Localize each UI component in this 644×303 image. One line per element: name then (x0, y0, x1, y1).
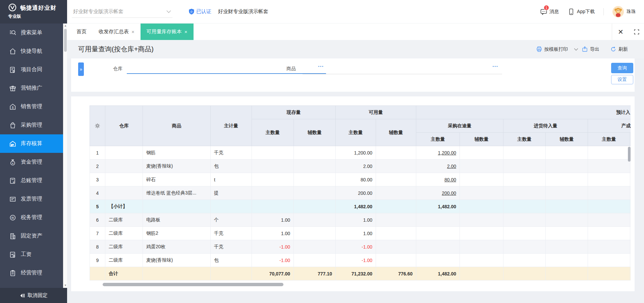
availability-table: 仓库 商品 主计量 现存量 可用量 预计入 主数量 辅数量 主数量 (90, 105, 631, 280)
sidebar-unpin-button[interactable]: 取消固定 (0, 288, 67, 303)
cell-transit_aux (460, 254, 503, 267)
tab-label: 首页 (76, 29, 87, 35)
cell-transit_main[interactable]: 2.00 (416, 160, 460, 173)
tab-available-ledger[interactable]: 可用量库存账本 × (141, 24, 194, 40)
tab-inout-summary[interactable]: 收发存汇总表 × (93, 24, 141, 40)
tab-home[interactable]: 首页 (70, 24, 93, 40)
vertical-scrollbar[interactable] (628, 105, 631, 281)
sidebar-item-marketing[interactable]: 营销推广 (0, 79, 67, 97)
sidebar-item-purchase[interactable]: 采购管理 (0, 116, 67, 134)
cell-available_aux: 776.60 (376, 267, 416, 280)
warehouse-filter-input[interactable] (127, 58, 326, 74)
transit-qty-link[interactable]: 1,200.00 (438, 150, 457, 156)
header-transit-aux: 辅数量 (460, 133, 503, 146)
horizontal-scroll-thumb[interactable] (103, 283, 283, 286)
scroll-up-icon[interactable]: ▲ (63, 24, 67, 28)
cell-transit_main[interactable]: 80.00 (416, 173, 460, 186)
cell-idx: 4 (90, 186, 105, 200)
fullscreen-button[interactable] (629, 24, 644, 40)
warehouse-filter-label: 仓库 (113, 66, 122, 72)
table-row: 9二级库麦烧(香辣味)包-1.00-1.00 (90, 254, 631, 267)
sidebar-item-search-menu[interactable]: 搜索菜单 (0, 24, 67, 42)
sidebar-scrollbar[interactable]: ▲ ▼ (63, 24, 67, 288)
cell-available_main: 1,482.00 (336, 200, 376, 213)
tab-label: 收发存汇总表 (99, 29, 129, 35)
cell-current_main (252, 200, 294, 213)
cell-transit_main[interactable]: 1,200.00 (416, 146, 460, 160)
table-row: 6二级库电路板个1.001.00 (90, 213, 631, 227)
sidebar-item-inventory[interactable]: 库存核算 (0, 134, 67, 153)
header-incoming-main: 主数量 (503, 133, 546, 146)
cell-finished_main (588, 200, 630, 213)
cell-product: 钢筋2 (143, 227, 211, 240)
account-select[interactable]: 好业财专业版演示帐套 (72, 6, 172, 18)
print-dropdown-chevron[interactable] (574, 48, 578, 51)
export-button[interactable]: 导出 (582, 46, 599, 52)
cell-available_aux (376, 200, 416, 213)
cell-unit (211, 267, 252, 280)
sidebar: 畅捷通好业财 专业版 搜索菜单 快捷导航 项目合同 (0, 0, 67, 303)
column-settings-button[interactable] (90, 106, 105, 146)
table-row: 8二级库鸡蛋20枚千克-1.00-1.00 (90, 240, 631, 254)
sidebar-item-invoice[interactable]: 发票管理 (0, 190, 67, 208)
cell-current_main: 1.00 (252, 213, 294, 227)
cell-available_main: 80.00 (336, 173, 376, 186)
sidebar-item-label: 采购管理 (21, 122, 42, 129)
transit-qty-link[interactable]: 200.00 (442, 190, 456, 196)
avatar (612, 6, 624, 17)
settings-button[interactable]: 设置 (611, 75, 633, 84)
expand-filter-button[interactable]: » (78, 62, 84, 76)
sidebar-item-salary[interactable]: 工资 (0, 245, 67, 264)
messages-button[interactable]: 消息 1 (540, 8, 559, 15)
cell-transit_main[interactable]: 200.00 (416, 186, 460, 200)
sidebar-item-label: 资金管理 (21, 159, 42, 166)
svg-text:$: $ (12, 106, 13, 109)
header-current-main: 主数量 (252, 119, 294, 146)
sidebar-item-funds[interactable]: ¥ 资金管理 (0, 153, 67, 171)
sidebar-item-sales[interactable]: $ 销售管理 (0, 97, 67, 116)
cell-idx: 9 (90, 254, 105, 267)
cell-incoming_aux (546, 227, 588, 240)
cell-current_aux (294, 200, 336, 213)
product-filter-input[interactable] (303, 58, 502, 74)
close-page-button[interactable]: ✕ (612, 24, 629, 40)
cell-idx: 2 (90, 160, 105, 173)
verified-badge[interactable]: 企 已认证 (189, 8, 211, 15)
sidebar-item-xiaohao-expense[interactable]: 小好报销 (0, 282, 67, 288)
horizontal-scrollbar[interactable] (90, 283, 631, 286)
user-menu[interactable]: 珠珠 (612, 6, 636, 17)
account-name: 好业财专业版演示帐套 (218, 8, 268, 15)
sidebar-item-tax[interactable]: 税 税务管理 (0, 208, 67, 227)
sidebar-item-operations[interactable]: 经营管理 (0, 264, 67, 282)
tab-close-icon[interactable]: × (184, 29, 187, 35)
cell-available_main: 1.00 (336, 227, 376, 240)
refresh-button[interactable]: 刷新 (610, 46, 628, 52)
sidebar-item-general-ledger[interactable]: ¥ 总账管理 (0, 171, 67, 190)
page-title: 可用量查询(按仓库+商品) (78, 45, 154, 54)
sidebar-item-fixed-assets[interactable]: 固定资产 (0, 227, 67, 245)
print-by-template-button[interactable]: 按模板打印 (536, 46, 568, 52)
sidebar-item-quick-nav[interactable]: 快捷导航 (0, 42, 67, 60)
sidebar-scroll-thumb[interactable] (64, 29, 67, 52)
product-more-dots-icon[interactable]: ... (492, 62, 498, 69)
cell-warehouse: 二级库 (105, 240, 143, 254)
contract-icon (9, 66, 16, 74)
vertical-scroll-thumb[interactable] (628, 147, 631, 162)
sidebar-item-label: 总账管理 (21, 177, 42, 184)
tab-close-icon[interactable]: × (131, 29, 135, 35)
cell-unit: 包 (211, 254, 252, 267)
transit-qty-link[interactable]: 2.00 (447, 164, 456, 169)
scroll-down-icon[interactable]: ▼ (63, 283, 67, 288)
sidebar-item-label: 税务管理 (21, 214, 42, 221)
app-download-button[interactable]: App下载 (568, 8, 595, 15)
transit-qty-link[interactable]: 80.00 (444, 177, 456, 182)
sidebar-item-project-contract[interactable]: 项目合同 (0, 60, 67, 79)
cell-transit_aux (460, 227, 503, 240)
subtotal-row: 5【小计】1,482.001,482.00 (90, 200, 631, 213)
cell-transit_main (416, 254, 460, 267)
sidebar-item-label: 销售管理 (21, 103, 42, 110)
query-button[interactable]: 查询 (611, 63, 633, 73)
export-icon (582, 46, 588, 52)
cell-available_main: -1.00 (336, 240, 376, 254)
username: 珠珠 (627, 9, 636, 15)
